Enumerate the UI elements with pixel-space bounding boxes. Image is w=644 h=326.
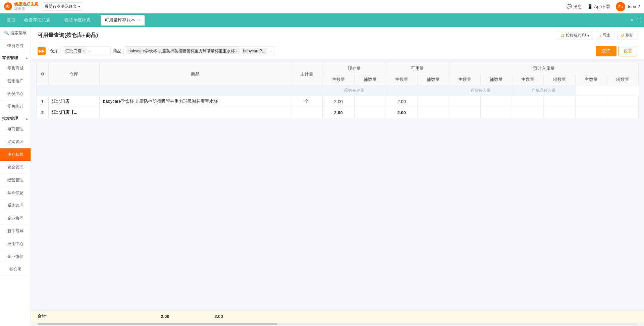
- message-label: 消息: [573, 4, 582, 10]
- row-warehouse: 江北门店: [49, 96, 100, 107]
- sidebar-item-purchase[interactable]: 采购管理: [0, 136, 31, 148]
- filter-actions: 查询 设置: [596, 46, 637, 56]
- sidebar-section-retail[interactable]: 零售管理 ▲: [0, 52, 31, 62]
- warehouse-tag-remove[interactable]: ×: [83, 49, 85, 53]
- horizontal-scrollbar[interactable]: [31, 322, 644, 326]
- sidebar-item-retail-stats[interactable]: 零售统计: [0, 100, 31, 113]
- row-finished-aux: [607, 96, 638, 107]
- sidebar-section-retail-label: 零售管理: [2, 55, 18, 61]
- tab-available-inventory-label: 可用量库存账本: [105, 17, 135, 23]
- refresh-label: 刷新: [626, 33, 634, 38]
- sidebar-section-wholesale[interactable]: 批发管理 ▲: [0, 113, 31, 123]
- scrollbar-thumb[interactable]: [38, 323, 277, 325]
- sidebar-item-appstore[interactable]: 应用中心: [0, 238, 31, 250]
- row-available-main-2: 2.00: [386, 107, 417, 118]
- sidebar-item-guide[interactable]: 新手引导: [0, 225, 31, 238]
- row-product-2: [99, 107, 291, 118]
- logo-area: 好 畅捷通好生意 标准版: [4, 2, 38, 11]
- app-download-btn[interactable]: 📱 App下载: [587, 4, 610, 10]
- footer-available-main: 2.00: [205, 314, 232, 319]
- row-available-main: 2.00: [386, 96, 417, 107]
- message-btn[interactable]: 💬 消息: [567, 4, 582, 10]
- unit-header: 主计量: [291, 63, 323, 85]
- incoming-main-header: 主数量: [512, 74, 544, 85]
- finished-main-header: 主数量: [575, 74, 607, 85]
- close-all-tabs-btn[interactable]: ×: [630, 17, 633, 23]
- row-warehouse-2: 江北门店【...: [49, 107, 100, 118]
- expand-btn[interactable]: ⛶: [637, 17, 641, 23]
- sidebar-item-member-center[interactable]: 会员中心: [0, 88, 31, 100]
- warehouse-filter-label: 仓库: [50, 48, 58, 54]
- logo-text: 畅捷通好生意: [14, 2, 38, 6]
- available-main-header: 主数量: [386, 74, 417, 85]
- tab-available-inventory[interactable]: 可用量库存账本 ×: [101, 15, 145, 26]
- main-area: 🔍 搜索菜单 快捷导航 零售管理 ▲ 零售商城 营销推广 会员中心 零售统计 批…: [0, 27, 644, 326]
- sidebar-item-operation[interactable]: 经营管理: [0, 174, 31, 187]
- tab-order-stats-close[interactable]: ×: [94, 18, 96, 22]
- sidebar: 🔍 搜索菜单 快捷导航 零售管理 ▲ 零售商城 营销推广 会员中心 零售统计 批…: [0, 27, 31, 326]
- tab-receivable-close[interactable]: ×: [54, 18, 56, 22]
- warehouse-filter-input[interactable]: 江北门店 × ···: [60, 46, 111, 56]
- row-finished-aux-2: [607, 107, 638, 118]
- print-btn[interactable]: 🖨 按模板打印 ▾: [557, 31, 593, 40]
- product-tag-1-remove[interactable]: ×: [236, 49, 238, 53]
- table-row: 1 江北门店 babycare学饮杯 儿童防摔防撞吸管杯重力球吸嘴杯宝宝水杯 个…: [37, 96, 639, 107]
- scrollbar-track: [38, 323, 637, 325]
- warehouse-filter-more[interactable]: ···: [88, 49, 91, 53]
- row-purchase-aux-2: [481, 107, 512, 118]
- sidebar-section-wholesale-label: 批发管理: [2, 116, 18, 122]
- row-purchase-main-2: [449, 107, 481, 118]
- footer-total-label: 合计: [38, 313, 78, 319]
- purchase-main-header: 主数量: [449, 74, 481, 85]
- sidebar-item-basic[interactable]: 基础信息: [0, 187, 31, 199]
- top-bar-left: 好 畅捷通好生意 标准版 母婴行业演示账套 ▾: [4, 2, 83, 11]
- tab-order-stats-label: 要货单统计表: [64, 17, 91, 23]
- avatar: Ea: [616, 2, 625, 11]
- table-footer: 合计 2.00 2.00: [31, 310, 644, 322]
- export-btn[interactable]: ↑ 导出: [596, 31, 614, 40]
- tab-order-stats[interactable]: 要货单统计表 ×: [60, 15, 100, 26]
- available-aux-header: 辅数量: [417, 74, 449, 85]
- product-tag-2: babycare?...: [241, 48, 267, 54]
- chevron-up-icon: ▲: [25, 56, 29, 60]
- tab-bar: 首页 收发存汇总表 × 要货单统计表 × 可用量库存账本 × × ⛶: [0, 13, 644, 27]
- planned-in-header: 预计入库量: [449, 63, 639, 74]
- refresh-btn[interactable]: ↺ 刷新: [617, 31, 637, 40]
- product-filter-input[interactable]: babycare学饮杯 儿童防摔防撞吸管杯重力球吸嘴杯宝宝水杯 × babyca…: [123, 46, 275, 56]
- row-unit-2: [291, 107, 323, 118]
- query-btn[interactable]: 查询: [596, 46, 616, 56]
- print-chevron-icon: ▾: [587, 33, 589, 38]
- row-current-aux: [354, 96, 386, 107]
- chevron-down-icon-wholesale: ▲: [25, 117, 29, 121]
- filter-toggle-btn[interactable]: ▶▶: [38, 47, 46, 55]
- industry-selector[interactable]: 母婴行业演示账套 ▾: [42, 2, 83, 11]
- top-bar: 好 畅捷通好生意 标准版 母婴行业演示账套 ▾ 💬 消息 📱 App下载 Ea …: [0, 0, 644, 13]
- sidebar-item-enterprise[interactable]: 企业协同: [0, 212, 31, 225]
- warehouse-header: 仓库: [49, 63, 100, 85]
- sidebar-item-system[interactable]: 系统管理: [0, 199, 31, 212]
- tab-home[interactable]: 首页: [3, 15, 19, 26]
- row-incoming-aux-2: [544, 107, 575, 118]
- sidebar-quick-nav[interactable]: 快捷导航: [0, 40, 31, 52]
- tab-available-inventory-close[interactable]: ×: [139, 18, 141, 22]
- row-current-main-2: 2.00: [323, 107, 354, 118]
- row-available-aux: [417, 96, 449, 107]
- sidebar-item-retail-shop[interactable]: 零售商城: [0, 62, 31, 75]
- sidebar-item-marketing[interactable]: 营销推广: [0, 75, 31, 88]
- sidebar-item-ecommerce[interactable]: 电商管理: [0, 123, 31, 136]
- row-purchase-main: [449, 96, 481, 107]
- setting-btn[interactable]: 设置: [619, 46, 637, 56]
- sidebar-search[interactable]: 🔍 搜索菜单: [0, 27, 31, 40]
- row-finished-main: [575, 96, 607, 107]
- page-title: 可用量查询(按仓库+商品): [38, 32, 98, 39]
- filter-bar: ▶▶ 仓库 江北门店 × ··· 商品 babycare学饮杯 儿童防摔防撞吸管…: [31, 43, 644, 59]
- user-profile-btn[interactable]: Ea demo2: [616, 2, 640, 11]
- row-incoming-main: [512, 96, 544, 107]
- sidebar-item-member[interactable]: 畅会员: [0, 263, 31, 276]
- product-filter-more[interactable]: ···: [269, 49, 272, 53]
- tab-receivable[interactable]: 收发存汇总表 ×: [20, 15, 60, 26]
- warehouse-tag: 江北门店 ×: [63, 48, 87, 54]
- sidebar-item-inventory[interactable]: 库存核算: [0, 148, 31, 161]
- sidebar-item-finance[interactable]: 资金管理: [0, 161, 31, 174]
- sidebar-item-wechat[interactable]: 企业微信: [0, 250, 31, 263]
